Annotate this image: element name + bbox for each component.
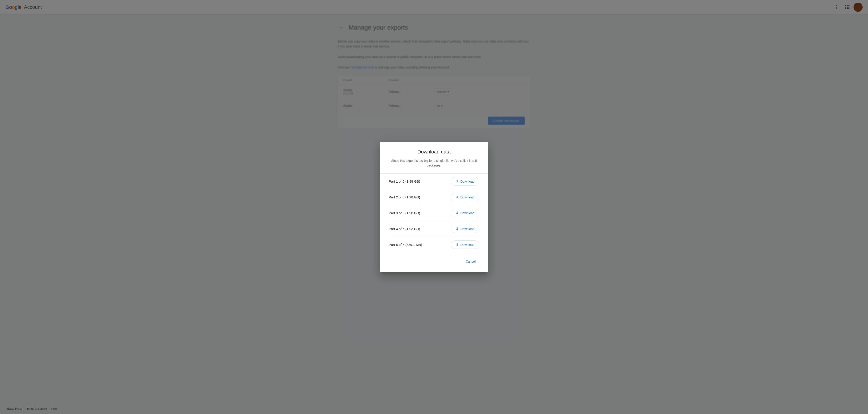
dialog-title: Download data	[389, 149, 479, 155]
download-parts-list: Part 1 of 5 (1.98 GB) ⬇ Download Part 2 …	[389, 173, 479, 252]
download-part-2-button[interactable]: ⬇ Download	[451, 193, 479, 201]
download-icon-3: ⬇	[456, 211, 459, 215]
download-part-4-button[interactable]: ⬇ Download	[451, 225, 479, 233]
part-5-label: Part 5 of 5 (339.1 MB)	[389, 243, 422, 247]
download-icon-2: ⬇	[456, 195, 459, 199]
download-part-5-button[interactable]: ⬇ Download	[451, 241, 479, 249]
download-part-3: Part 3 of 5 (1.98 GB) ⬇ Download	[389, 205, 479, 221]
download-part-2: Part 2 of 5 (1.98 GB) ⬇ Download	[389, 189, 479, 205]
dialog-actions: Cancel	[389, 254, 479, 265]
download-part-5: Part 5 of 5 (339.1 MB) ⬇ Download	[389, 237, 479, 252]
download-part-1-button[interactable]: ⬇ Download	[451, 177, 479, 186]
download-part-1: Part 1 of 5 (1.98 GB) ⬇ Download	[389, 173, 479, 189]
download-part-4: Part 4 of 5 (1.93 GB) ⬇ Download	[389, 221, 479, 237]
part-2-label: Part 2 of 5 (1.98 GB)	[389, 195, 420, 199]
download-part-3-button[interactable]: ⬇ Download	[451, 209, 479, 217]
part-1-label: Part 1 of 5 (1.98 GB)	[389, 180, 420, 183]
part-4-label: Part 4 of 5 (1.93 GB)	[389, 227, 420, 231]
dialog-overlay: Download data Since this export is too b…	[0, 0, 868, 414]
download-dialog: Download data Since this export is too b…	[380, 142, 488, 272]
download-icon-1: ⬇	[456, 179, 459, 184]
dialog-subtitle: Since this export is too big for a singl…	[389, 158, 479, 168]
download-icon-4: ⬇	[456, 227, 459, 231]
part-3-label: Part 3 of 5 (1.98 GB)	[389, 211, 420, 215]
download-icon-5: ⬇	[456, 243, 459, 247]
cancel-button[interactable]: Cancel	[462, 258, 479, 265]
